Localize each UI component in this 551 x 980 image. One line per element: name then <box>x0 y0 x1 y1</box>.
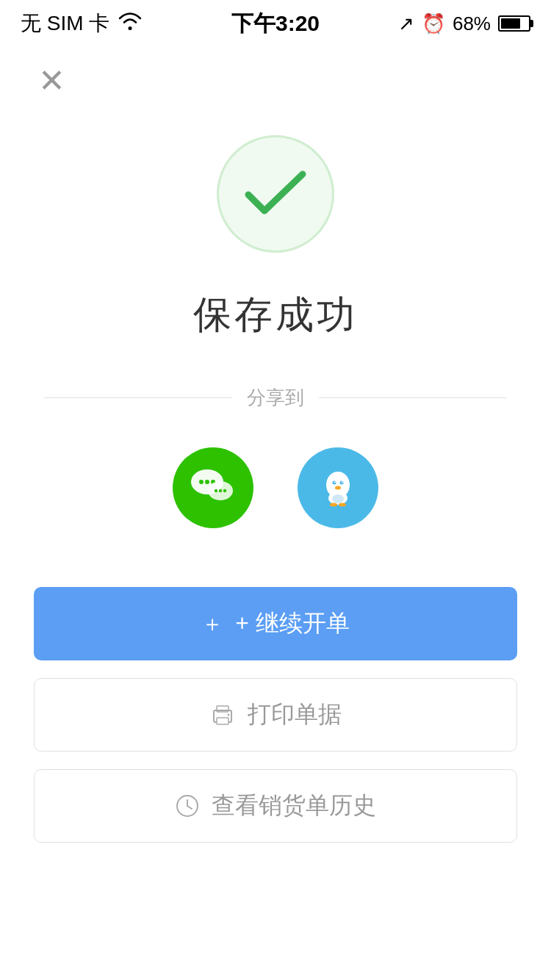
print-button[interactable]: 打印单据 <box>34 678 517 752</box>
success-circle <box>217 135 334 253</box>
plus-icon: ＋ <box>201 609 223 639</box>
svg-line-26 <box>187 806 192 809</box>
share-label: 分享到 <box>247 385 304 411</box>
checkmark-icon <box>242 168 309 220</box>
main-content: 保存成功 分享到 <box>0 47 551 843</box>
svg-point-17 <box>332 494 344 503</box>
svg-point-6 <box>219 489 222 492</box>
qq-share-button[interactable] <box>298 447 378 528</box>
svg-point-5 <box>215 489 217 492</box>
success-title: 保存成功 <box>193 289 358 341</box>
divider-right <box>319 397 507 398</box>
share-icons-row <box>173 447 378 528</box>
share-section: 分享到 <box>0 385 551 528</box>
status-time: 下午3:20 <box>231 9 320 39</box>
divider-left <box>44 397 232 398</box>
close-button[interactable]: ✕ <box>29 59 73 103</box>
wifi-icon <box>117 12 143 36</box>
svg-point-2 <box>205 480 209 484</box>
svg-rect-21 <box>217 718 228 724</box>
svg-point-14 <box>342 481 343 483</box>
actions-section: ＋ + 继续开单 打印单据 <box>0 587 551 843</box>
alarm-icon: ⏰ <box>422 12 445 35</box>
svg-point-23 <box>228 714 230 716</box>
svg-point-1 <box>199 480 204 484</box>
history-button[interactable]: 查看销货单历史 <box>34 769 517 843</box>
svg-point-12 <box>340 481 344 485</box>
history-label: 查看销货单历史 <box>212 790 376 822</box>
share-divider: 分享到 <box>0 385 551 411</box>
continue-order-button[interactable]: ＋ + 继续开单 <box>34 587 517 660</box>
svg-point-7 <box>223 489 226 492</box>
svg-point-13 <box>334 481 336 483</box>
no-sim-text: 无 SIM 卡 <box>21 10 109 37</box>
print-label: 打印单据 <box>248 699 342 731</box>
wechat-icon <box>188 463 238 513</box>
qq-icon <box>316 466 360 510</box>
battery-icon <box>498 15 530 32</box>
svg-point-11 <box>333 481 336 485</box>
close-icon: ✕ <box>38 65 65 97</box>
svg-point-18 <box>330 503 337 507</box>
wechat-share-button[interactable] <box>173 447 253 528</box>
continue-label: + 继续开单 <box>235 608 350 640</box>
svg-point-15 <box>335 486 341 490</box>
battery-text: 68% <box>453 12 491 35</box>
status-bar: 无 SIM 卡 下午3:20 ↗ ⏰ 68% <box>0 0 551 47</box>
svg-point-19 <box>339 503 346 507</box>
clock-icon <box>175 793 200 818</box>
printer-icon <box>209 703 236 727</box>
status-left: 无 SIM 卡 <box>21 10 143 37</box>
status-right: ↗ ⏰ 68% <box>398 12 530 35</box>
location-icon: ↗ <box>398 12 414 35</box>
